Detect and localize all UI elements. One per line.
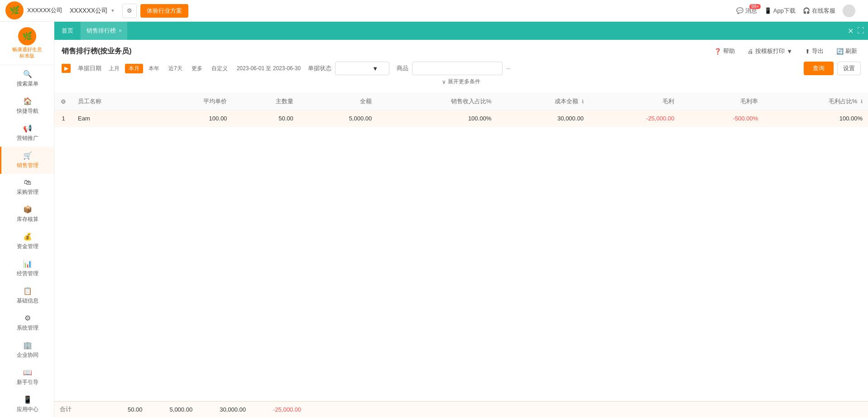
cell-main-qty: 50.00 bbox=[232, 110, 298, 127]
date-opt-this-year[interactable]: 本年 bbox=[145, 64, 163, 73]
trial-button[interactable]: 体验行业方案 bbox=[140, 4, 188, 18]
sidebar-item-basic-info[interactable]: 📋 基础信息 bbox=[0, 282, 54, 309]
col-header-gross-pct: 毛利占比% ℹ bbox=[763, 93, 868, 110]
marketing-icon: 📢 bbox=[23, 124, 32, 133]
export-button[interactable]: ⬆ 导出 bbox=[801, 45, 827, 57]
date-opt-more[interactable]: 更多 bbox=[188, 64, 206, 73]
help-label: 帮助 bbox=[723, 47, 735, 55]
sidebar-item-label: 快捷导航 bbox=[17, 107, 38, 115]
summary-label: 合计 bbox=[60, 405, 96, 413]
sidebar-item-label: 销售管理 bbox=[17, 162, 38, 169]
query-button[interactable]: 查询 bbox=[804, 62, 834, 75]
sales-icon: 🛒 bbox=[23, 151, 32, 160]
sidebar-item-label: 新手引导 bbox=[17, 379, 38, 386]
tab-sales-ranking[interactable]: 销售排行榜 × bbox=[81, 22, 127, 40]
table-settings-icon[interactable]: ⚙ bbox=[61, 98, 66, 105]
template-print-button[interactable]: 🖨 按模板打印 ▼ bbox=[744, 45, 796, 57]
export-label: 导出 bbox=[812, 47, 824, 55]
sidebar-item-sales[interactable]: 🛒 销售管理 bbox=[0, 147, 54, 174]
avatar[interactable] bbox=[843, 5, 855, 17]
message-item[interactable]: 💬 消息 99+ bbox=[736, 7, 757, 15]
cell-amount: 5,000.00 bbox=[299, 110, 377, 127]
tab-maximize-icon[interactable]: ⛶ bbox=[857, 27, 864, 35]
chevron-down-icon: ▼ bbox=[110, 8, 115, 13]
system-icon: ⚙ bbox=[24, 314, 31, 322]
app-download-icon: 📱 bbox=[764, 7, 772, 14]
sidebar-item-enterprise[interactable]: 🏢 企业协同 bbox=[0, 336, 54, 364]
sidebar-item-quick-nav[interactable]: 🏠 快捷导航 bbox=[0, 92, 54, 120]
sidebar-item-guide[interactable]: 📖 新手引导 bbox=[0, 364, 54, 391]
status-select[interactable]: ▼ bbox=[335, 62, 389, 75]
cell-gross-pct: 100.00% bbox=[763, 110, 868, 127]
date-opt-this-month[interactable]: 本月 bbox=[125, 64, 143, 73]
sidebar-item-operations[interactable]: 📊 经营管理 bbox=[0, 255, 54, 282]
filter-collapse-arrow[interactable]: ▶ bbox=[62, 64, 71, 73]
gross-pct-info-icon[interactable]: ℹ bbox=[861, 99, 863, 104]
col-header-gross-rate: 毛利率 bbox=[680, 93, 763, 110]
refresh-button[interactable]: 🔄 刷新 bbox=[833, 45, 861, 57]
status-filter: 单据状态 ▼ bbox=[308, 62, 389, 75]
status-filter-label: 单据状态 bbox=[308, 64, 331, 72]
date-opt-last-month[interactable]: 上月 bbox=[105, 64, 123, 73]
sidebar-item-marketing[interactable]: 📢 营销推广 bbox=[0, 120, 54, 147]
cell-rank: 1 bbox=[54, 110, 72, 127]
status-chevron-icon: ▼ bbox=[372, 65, 378, 72]
data-table: ⚙ 员工名称 平均单价 主数量 全额 销售收入占比% 成本全额 ℹ 毛 bbox=[54, 93, 868, 401]
sidebar-item-label: 基础信息 bbox=[17, 297, 38, 305]
settings-button[interactable]: ⚙ bbox=[122, 4, 137, 18]
sidebar-item-label: 采购管理 bbox=[17, 188, 38, 196]
sidebar-item-finance[interactable]: 💰 资金管理 bbox=[0, 228, 54, 255]
table-settings-button[interactable]: 设置 bbox=[837, 62, 861, 75]
col-header-name: 员工名称 bbox=[72, 93, 153, 110]
chevron-down-print-icon: ▼ bbox=[786, 48, 792, 55]
message-icon: 💬 bbox=[736, 7, 743, 14]
sidebar-item-system[interactable]: ⚙ 系统管理 bbox=[0, 309, 54, 336]
tab-close-icon[interactable]: × bbox=[119, 28, 122, 34]
date-opt-7days[interactable]: 近7天 bbox=[165, 64, 186, 73]
message-badge: 99+ bbox=[749, 4, 761, 9]
cell-avg-price: 100.00 bbox=[153, 110, 233, 127]
col-header-sales-pct: 销售收入占比% bbox=[377, 93, 497, 110]
chevron-down-expand-icon: ∨ bbox=[442, 79, 446, 85]
date-filter-label: 单据日期 bbox=[78, 64, 101, 72]
sidebar-item-purchase[interactable]: 🛍 采购管理 bbox=[0, 174, 54, 201]
sidebar-item-app-center[interactable]: 📱 应用中心 bbox=[0, 391, 54, 417]
summary-gross-value: -25,000.00 bbox=[273, 406, 301, 413]
home-icon: 🏠 bbox=[23, 97, 32, 105]
summary-main-qty-value: 50.00 bbox=[128, 406, 143, 413]
online-service-item[interactable]: 🎧 在线客服 bbox=[803, 7, 835, 15]
operations-icon: 📊 bbox=[23, 259, 32, 268]
print-icon: 🖨 bbox=[748, 48, 753, 55]
expand-more-button[interactable]: ∨ 展开更多条件 bbox=[62, 75, 861, 88]
col-header-gross: 毛利 bbox=[589, 93, 680, 110]
app-download-item[interactable]: 📱 App下载 bbox=[764, 7, 796, 15]
cell-gross-rate: -500.00% bbox=[680, 110, 763, 127]
sidebar-item-search[interactable]: 🔍 搜索菜单 bbox=[0, 65, 54, 92]
goods-filter: 商品 ··· bbox=[397, 62, 511, 75]
app-logo: 🌿 bbox=[5, 1, 24, 19]
app-download-label: App下载 bbox=[773, 7, 796, 15]
filter-more-icon[interactable]: ··· bbox=[506, 65, 511, 72]
export-icon: ⬆ bbox=[805, 48, 810, 55]
col-header-main-qty: 主数量 bbox=[232, 93, 298, 110]
help-button[interactable]: ❓ 帮助 bbox=[710, 45, 739, 57]
sidebar-item-inventory[interactable]: 📦 库存核算 bbox=[0, 201, 54, 228]
inventory-icon: 📦 bbox=[23, 205, 32, 214]
tab-label: 销售排行榜 bbox=[86, 27, 116, 35]
summary-cost-value: 30,000.00 bbox=[220, 406, 246, 413]
goods-input[interactable] bbox=[412, 62, 503, 75]
guide-icon: 📖 bbox=[23, 368, 32, 377]
cost-info-icon[interactable]: ℹ bbox=[582, 99, 584, 104]
summary-bar: 合计 50.00 5,000.00 30,000.00 -25,000.00 bbox=[54, 401, 868, 417]
purchase-icon: 🛍 bbox=[24, 178, 31, 187]
page-title: 销售排行榜(按业务员) bbox=[62, 47, 132, 56]
date-opt-custom[interactable]: 自定义 bbox=[208, 64, 231, 73]
tab-home[interactable]: 首页 bbox=[54, 22, 81, 40]
refresh-label: 刷新 bbox=[845, 47, 857, 55]
sidebar-item-label: 应用中心 bbox=[17, 406, 38, 413]
company-selector[interactable]: XXXXXX公司 ▼ bbox=[66, 5, 119, 17]
headset-icon: 🎧 bbox=[803, 7, 810, 14]
date-range-display: 2023-06-01 至 2023-06-30 bbox=[237, 65, 301, 72]
tab-close-window-icon[interactable]: ✕ bbox=[848, 27, 854, 35]
enterprise-icon: 🏢 bbox=[23, 341, 32, 350]
